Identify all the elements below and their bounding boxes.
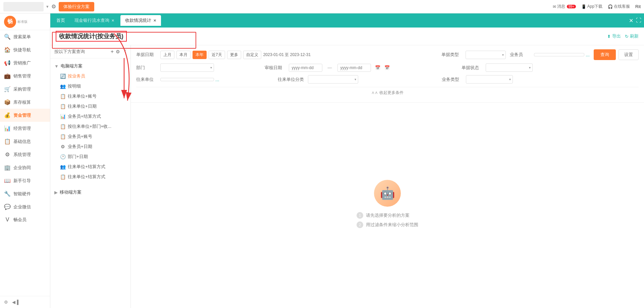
sidebar-item-marketing[interactable]: 📢 营销推广: [0, 56, 50, 69]
sidebar-label: 企业协同: [13, 165, 31, 171]
cal-icon-start[interactable]: 📅: [375, 65, 380, 70]
sidebar-label: 畅会员: [13, 217, 26, 223]
doc-status-select[interactable]: [486, 63, 533, 72]
sidebar-label: 采购管理: [13, 86, 31, 92]
unit-date-icon: 📋: [60, 104, 66, 109]
salesman-input[interactable]: [534, 53, 584, 56]
maximize-icon[interactable]: ⛶: [636, 17, 641, 23]
scheme-by-detail[interactable]: 👥 按明细: [50, 81, 130, 91]
scheme-unit-dept[interactable]: 📋 按往来单位+部门+收...: [50, 121, 130, 132]
sidebar-item-system[interactable]: ⚙ 系统管理: [0, 148, 50, 161]
sidebar-item-quick-nav[interactable]: 🏠 快捷导航: [0, 43, 50, 56]
add-scheme-icon[interactable]: +: [111, 49, 114, 55]
sidebar-label: 基础信息: [13, 139, 31, 145]
collapse-bar[interactable]: ∧∧ 收起更多条件: [136, 87, 639, 98]
sidebar-item-inventory[interactable]: 📦 库存核算: [0, 96, 50, 109]
left-panel-header: 按以下方案查询 + ⚙ 《: [50, 45, 130, 58]
scheme-unit-method1[interactable]: 👥 往来单位+结算方式: [50, 162, 130, 172]
review-date-end[interactable]: [337, 64, 371, 72]
review-date-start[interactable]: [289, 64, 322, 72]
tab-close-collection[interactable]: ✕: [153, 18, 156, 23]
mobile-scheme-label[interactable]: ▶ 移动端方案: [50, 187, 130, 197]
gear-icon[interactable]: ⚙: [51, 3, 56, 10]
sidebar-item-sales[interactable]: 💼 销售管理: [0, 69, 50, 83]
member-icon: V: [4, 217, 11, 223]
online-service-btn[interactable]: 🎧 在线客服: [608, 4, 630, 9]
sidebar-item-enterprise[interactable]: 🏢 企业协同: [0, 161, 50, 174]
scheme-salesman-account[interactable]: 📋 业务员+账号: [50, 132, 130, 142]
date-btn-this-month[interactable]: 本月: [176, 51, 191, 59]
message-btn[interactable]: ✉ 消息 99+: [553, 4, 576, 9]
collapse-panel-icon[interactable]: 《: [122, 49, 126, 55]
dropdown-icon[interactable]: ▾: [46, 4, 49, 9]
sidebar-item-operations[interactable]: 📊 经营管理: [0, 122, 50, 135]
close-window-icon[interactable]: ✕: [629, 17, 633, 24]
sidebar-item-basic-info[interactable]: 📋 基础信息: [0, 135, 50, 148]
desktop-scheme-label[interactable]: ▼ 电脑端方案: [50, 61, 130, 71]
guide-icon: 📖: [4, 177, 11, 184]
app-download-btn[interactable]: 📱 App下载: [581, 4, 602, 9]
salesman-scheme-icon: 🔄: [60, 73, 66, 79]
scheme-settings-icon[interactable]: ⚙: [116, 49, 120, 54]
dept-select[interactable]: [160, 63, 214, 72]
cal-icon-end[interactable]: 📅: [384, 65, 390, 70]
sidebar-item-member[interactable]: V 畅会员: [0, 213, 50, 226]
sidebar-item-smart-hw[interactable]: 🔧 智能硬件: [0, 187, 50, 200]
scheme-by-salesman[interactable]: 🔄 按业务员: [50, 71, 130, 81]
scheme-unit-account[interactable]: 📋 往来单位+账号: [50, 91, 130, 101]
trial-button[interactable]: 体验行业方案: [59, 2, 94, 11]
export-button[interactable]: ⬆ 导出: [607, 33, 621, 39]
partner-more-icon[interactable]: ...: [215, 77, 219, 82]
date-btn-this-year[interactable]: 本年: [193, 51, 207, 59]
set-button[interactable]: 设置: [619, 49, 639, 60]
main-area: 首页 现金银行流水查询 ✕ 收款情况统计 ✕ ✕ ⛶ 收款情况统计(按业务员): [50, 13, 644, 308]
sidebar-item-wechat[interactable]: 💬 企业微信: [0, 200, 50, 213]
scheme-dept-date[interactable]: 🕐 部门+日期: [50, 152, 130, 162]
collapse-bottom-icon[interactable]: ◀▐: [12, 300, 18, 305]
date-btn-7days[interactable]: 近7天: [209, 51, 225, 59]
message-badge: 99+: [567, 5, 576, 8]
date-btn-custom[interactable]: 自定义: [243, 51, 261, 59]
partner-type-select-wrapper: ▾: [308, 75, 358, 84]
step-2-num: 2: [357, 221, 363, 228]
doc-type-select[interactable]: [466, 51, 506, 59]
scheme-salesman-date[interactable]: ⚙ 业务员+日期: [50, 142, 130, 152]
left-panel: 按以下方案查询 + ⚙ 《 ▼ 电脑端方案: [50, 45, 131, 308]
unit-method2-icon: 📋: [60, 174, 66, 179]
smart-hw-icon: 🔧: [4, 191, 11, 197]
date-buttons: 上月 本月 本年 近7天 更多 自定义 2023-01-01 至 2023-12…: [160, 51, 311, 59]
query-button[interactable]: 查询: [594, 49, 616, 60]
filter-row-1: 单据日期 上月 本月 本年 近7天 更多 自定义 2023-01-01 至 20…: [136, 49, 639, 60]
partner-input-group: ...: [160, 77, 219, 82]
step-1: 1 请先选择要分析的方案: [357, 212, 418, 219]
unit-method1-icon: 👥: [60, 164, 66, 169]
tab-bank-flow[interactable]: 现金银行流水查询 ✕: [70, 15, 119, 26]
sidebar-label: 智能硬件: [13, 191, 31, 197]
date-btn-more[interactable]: 更多: [227, 51, 241, 59]
salesman-more-icon[interactable]: ...: [586, 52, 590, 57]
sidebar-item-search-menu[interactable]: 🔍 搜索菜单: [0, 30, 50, 43]
tab-close-bank[interactable]: ✕: [111, 18, 114, 23]
scheme-unit-method2[interactable]: 📋 往来单位+结算方式: [50, 172, 130, 182]
partner-input[interactable]: [160, 78, 214, 81]
date-btn-last-month[interactable]: 上月: [160, 51, 174, 59]
biz-type-select[interactable]: [466, 75, 513, 84]
partner-type-select[interactable]: [308, 75, 358, 84]
doc-type-label: 单据类型: [441, 52, 462, 58]
scheme-salesman-method[interactable]: 📊 业务员+结算方式: [50, 111, 130, 121]
scheme-unit-date[interactable]: 📋 往来单位+日期: [50, 101, 130, 111]
sidebar-item-purchase[interactable]: 🛒 采购管理: [0, 83, 50, 96]
tab-home[interactable]: 首页: [53, 17, 68, 23]
message-icon: ✉: [553, 4, 556, 9]
sidebar-item-guide[interactable]: 📖 新手引导: [0, 174, 50, 187]
header-left: ▾ ⚙ 体验行业方案: [3, 2, 94, 11]
tab-collection-stats[interactable]: 收款情况统计 ✕: [120, 15, 161, 26]
collapse-icon: ∧∧: [371, 90, 378, 95]
right-panel: 单据日期 上月 本月 本年 近7天 更多 自定义 2023-01-01 至 20…: [131, 45, 644, 308]
refresh-button[interactable]: ↻ 刷新: [625, 33, 639, 39]
settings-bottom-icon[interactable]: ⚙: [4, 300, 8, 305]
biz-type-select-wrapper: ▾: [466, 75, 513, 84]
sidebar-item-finance[interactable]: 💰 资金管理: [0, 109, 50, 122]
step-2-text: 用过滤条件来缩小分析范围: [366, 222, 418, 228]
salesman-date-icon: ⚙: [60, 144, 66, 149]
